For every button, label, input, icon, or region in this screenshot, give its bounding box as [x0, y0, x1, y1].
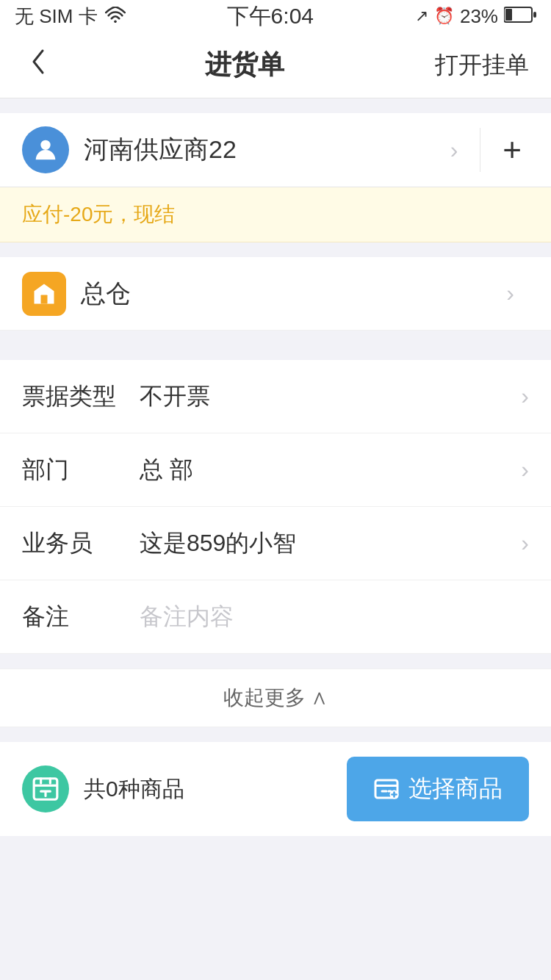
invoice-type-label: 票据类型: [22, 381, 125, 413]
supplier-row[interactable]: 河南供应商22 ›: [22, 113, 472, 187]
collapse-label: 收起更多 ∧: [223, 684, 328, 712]
supplier-avatar: [22, 126, 69, 173]
status-left: 无 SIM 卡: [15, 4, 126, 29]
product-count-label: 共0种商品: [84, 774, 332, 804]
warehouse-chevron-icon: ›: [506, 280, 514, 307]
svg-rect-2: [505, 9, 512, 21]
department-chevron-icon: ›: [521, 456, 529, 483]
battery-percent: 23%: [460, 5, 498, 28]
divider-2: [0, 331, 551, 345]
add-supplier-button[interactable]: +: [488, 124, 529, 176]
select-product-button[interactable]: 选择商品: [347, 757, 529, 821]
svg-point-4: [40, 140, 50, 150]
product-icon: [22, 765, 69, 813]
bottom-bar: 共0种商品 选择商品: [0, 742, 551, 836]
remark-label: 备注: [22, 601, 125, 633]
status-time: 下午6:04: [227, 1, 314, 32]
location-icon: ↗: [415, 7, 428, 26]
divider-1: [0, 98, 551, 113]
salesperson-row[interactable]: 业务员 这是859的小智 ›: [0, 507, 551, 580]
open-pending-button[interactable]: 打开挂单: [435, 49, 529, 82]
invoice-type-value: 不开票: [140, 381, 521, 413]
page-background: [0, 836, 551, 980]
notice-text: 应付-20元，现结: [22, 203, 175, 226]
warehouse-icon: [22, 272, 66, 316]
salesperson-value: 这是859的小智: [140, 527, 521, 560]
back-button[interactable]: [22, 40, 54, 90]
wifi-icon: [105, 5, 126, 28]
warehouse-label: 总仓: [81, 277, 506, 311]
invoice-type-chevron-icon: ›: [521, 383, 529, 410]
status-right: ↗ ⏰ 23%: [415, 5, 536, 28]
salesperson-chevron-icon: ›: [521, 530, 529, 557]
form-section: 票据类型 不开票 › 部门 总 部 › 业务员 这是859的小智 › 备注 备注…: [0, 360, 551, 654]
notice-bar: 应付-20元，现结: [0, 187, 551, 242]
supplier-name: 河南供应商22: [84, 133, 450, 167]
battery-icon: [504, 5, 536, 28]
remark-input[interactable]: 备注内容: [140, 601, 529, 633]
warehouse-section: 总仓 ›: [0, 257, 551, 331]
invoice-type-row[interactable]: 票据类型 不开票 ›: [0, 360, 551, 433]
supplier-section: 河南供应商22 › +: [0, 113, 551, 187]
page-title: 进货单: [205, 47, 284, 83]
warehouse-row[interactable]: 总仓 ›: [0, 257, 551, 331]
department-value: 总 部: [140, 454, 521, 486]
alarm-icon: ⏰: [434, 7, 454, 26]
status-bar: 无 SIM 卡 下午6:04 ↗ ⏰ 23%: [0, 0, 551, 32]
collapse-button[interactable]: 收起更多 ∧: [0, 669, 551, 727]
svg-point-0: [114, 20, 117, 22]
carrier-text: 无 SIM 卡: [15, 4, 98, 29]
supplier-chevron-icon: ›: [450, 137, 458, 164]
svg-rect-3: [533, 12, 536, 18]
remark-row[interactable]: 备注 备注内容: [0, 580, 551, 654]
nav-bar: 进货单 打开挂单: [0, 32, 551, 98]
svg-rect-5: [41, 295, 48, 303]
department-row[interactable]: 部门 总 部 ›: [0, 433, 551, 507]
salesperson-label: 业务员: [22, 527, 125, 560]
divider-vertical: [480, 128, 480, 172]
select-product-label: 选择商品: [408, 773, 503, 805]
department-label: 部门: [22, 454, 125, 486]
